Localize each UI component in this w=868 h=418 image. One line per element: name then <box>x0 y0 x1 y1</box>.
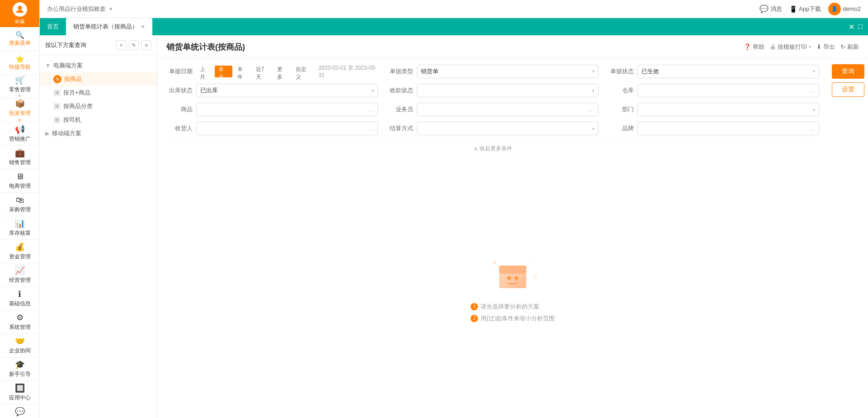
tree-mobile-collapse-icon: ▶ <box>45 130 49 137</box>
tree-desktop-parent[interactable]: ▼ 电脑端方案 <box>40 59 157 72</box>
date-btn-more[interactable]: 更多 <box>274 66 291 77</box>
date-btn-this-month[interactable]: 本月 <box>215 66 232 77</box>
sidebar-item-marketing[interactable]: 📢 营销推广 <box>0 122 40 146</box>
receiver-filter: 收货人 … <box>166 122 378 135</box>
status-filter: 单据状态 已生效 ▾ <box>608 65 819 78</box>
sidebar-item-purchase-label: 采购管理 <box>9 206 31 214</box>
search-button[interactable]: 查询 <box>832 64 864 79</box>
date-btn-last-month[interactable]: 上月 <box>196 66 213 77</box>
export-btn[interactable]: ⬇ 导出 <box>816 43 835 51</box>
sidebar-item-coop[interactable]: 🤝 企业协同 <box>0 334 40 357</box>
download-icon: 📱 <box>789 5 797 13</box>
collapse-panel-btn[interactable]: « <box>142 40 151 50</box>
staff-dots: … <box>589 106 594 113</box>
add-scheme-btn[interactable]: + <box>116 40 126 50</box>
payment-method-select[interactable]: ▾ <box>417 122 599 135</box>
sidebar-item-purchase[interactable]: 🛍 采购管理 <box>0 193 40 216</box>
status-select[interactable]: 已生效 ▾ <box>637 65 819 78</box>
search-menu[interactable]: 🔍 搜索菜单 <box>0 27 40 51</box>
tab-maximize-btn[interactable]: □ <box>858 23 863 31</box>
date-btn-custom[interactable]: 自定义 <box>292 66 314 77</box>
sidebar-item-wholesale-label: 批发管理 <box>9 109 31 117</box>
sidebar-item-operation[interactable]: 📈 经营管理 <box>0 263 40 287</box>
product-input[interactable]: … <box>196 103 378 116</box>
staff-label: 业务员 <box>387 105 417 114</box>
date-btn-7days[interactable]: 近7天 <box>252 66 272 77</box>
settings-button[interactable]: 设置 <box>832 82 864 97</box>
tree-mobile-parent[interactable]: ▶ 移动端方案 <box>40 127 157 140</box>
industry-dropdown-arrow[interactable]: ▾ <box>109 5 113 12</box>
collapse-arrow-icon: ∧ <box>474 146 478 152</box>
tab-report[interactable]: 销货单统计表（按商品） ✕ <box>66 18 152 35</box>
tab-home[interactable]: 首页 <box>40 18 66 35</box>
warehouse-filter: 仓库 … <box>608 84 819 97</box>
edit-scheme-btn[interactable]: ✎ <box>129 40 139 50</box>
system-icon: ⚙ <box>16 313 24 323</box>
template-print-btn[interactable]: 🖨 按模板打印 ▾ <box>770 43 811 51</box>
sidebar-item-inventory-label: 库存核算 <box>9 229 31 237</box>
tab-close-btn[interactable]: ✕ <box>849 23 854 31</box>
warehouse-input[interactable]: … <box>637 84 819 97</box>
right-main: 销货单统计表(按商品) ❓ 帮助 🖨 按模板打印 ▾ ⬇ 导出 <box>157 35 868 418</box>
brand-dots: … <box>809 125 815 132</box>
finance-icon: 💰 <box>15 242 25 252</box>
scheme-tree: ▼ 电脑端方案 按 按商品 按 按月+商品 按 按商品分类 按 按司机 <box>40 55 157 144</box>
staff-input[interactable]: … <box>417 103 599 116</box>
svg-point-7 <box>533 275 537 279</box>
sidebar-item-apps[interactable]: 🔲 应用中心 <box>0 381 40 404</box>
sidebar-item-sales[interactable]: 💼 销售管理 <box>0 146 40 169</box>
type-select[interactable]: 销货单 ▾ <box>417 65 599 78</box>
sidebar-item-basic[interactable]: ℹ 基础信息 <box>0 287 40 310</box>
payment-select[interactable]: ▾ <box>417 84 599 97</box>
outbound-value: 已出库 <box>200 86 372 95</box>
empty-tip-2: 2 用[过滤]条件来缩小分析范围 <box>471 314 554 323</box>
app-download-label: App下载 <box>799 5 821 13</box>
filter-rows-area: 单据日期 上月 本月 本年 近7天 更多 自定义 2023-03-01 至 20… <box>157 59 828 156</box>
tree-by-clerk[interactable]: 按 按司机 <box>40 113 157 127</box>
sidebar-item-wechat[interactable]: 💬 企业微信 <box>0 404 40 418</box>
outbound-select[interactable]: 已出库 ▾ <box>196 84 378 97</box>
tree-by-product-label: 按商品 <box>64 75 82 83</box>
tree-mobile-label: 移动端方案 <box>52 129 81 138</box>
svg-point-6 <box>530 260 532 262</box>
svg-point-5 <box>493 262 496 265</box>
sidebar-item-retail[interactable]: 🛒 零售管理 ▾ <box>0 75 40 99</box>
message-icon: 💬 <box>760 5 769 13</box>
tree-by-product[interactable]: 按 按商品 <box>40 72 157 86</box>
purchase-icon: 🛍 <box>16 195 24 205</box>
user-menu[interactable]: 👤 demo2 <box>828 3 861 15</box>
receiver-input[interactable]: … <box>196 122 378 135</box>
help-btn[interactable]: ❓ 帮助 <box>744 43 764 51</box>
receiver-label: 收货人 <box>166 124 196 133</box>
dept-select[interactable]: ▾ <box>637 103 819 116</box>
sales-icon: 💼 <box>15 148 25 158</box>
sidebar-item-inventory[interactable]: 📊 库存核算 <box>0 216 40 240</box>
sidebar-item-system[interactable]: ⚙ 系统管理 <box>0 310 40 334</box>
left-panel-header: 按以下方案查询 + ✎ « <box>40 35 157 55</box>
tree-by-month-product[interactable]: 按 按月+商品 <box>40 86 157 100</box>
main-area: 办公用品行业模拟账套 ▾ 💬 消息 📱 App下载 👤 demo2 首页 <box>40 0 868 418</box>
sidebar-item-wholesale[interactable]: 📦 批发管理 ▴ <box>0 99 40 122</box>
sidebar-item-ecommerce[interactable]: 🖥 电商管理 <box>0 169 40 193</box>
brand-input[interactable]: … <box>637 122 819 135</box>
add-icon: + <box>119 42 123 48</box>
left-panel-actions: + ✎ « <box>116 40 151 50</box>
collapse-filters-btn[interactable]: ∧ 收起更多条件 <box>166 141 819 156</box>
tab-report-close[interactable]: ✕ <box>141 24 145 30</box>
refresh-btn[interactable]: ↻ 刷新 <box>840 43 859 51</box>
header-right: 💬 消息 📱 App下载 👤 demo2 <box>760 3 861 15</box>
guide-icon: 🎓 <box>15 360 25 370</box>
message-btn[interactable]: 💬 消息 <box>760 5 782 13</box>
app-download-btn[interactable]: 📱 App下载 <box>789 5 821 13</box>
left-panel-title: 按以下方案查询 <box>45 41 86 49</box>
sidebar-item-finance[interactable]: 💰 资金管理 <box>0 240 40 263</box>
help-icon: ❓ <box>744 43 751 50</box>
operation-icon: 📈 <box>15 266 25 276</box>
sidebar-item-sales-label: 销售管理 <box>9 159 31 166</box>
sidebar-item-ecommerce-label: 电商管理 <box>9 182 31 190</box>
sidebar-item-guide[interactable]: 🎓 新手引导 <box>0 357 40 381</box>
tree-by-category[interactable]: 按 按商品分类 <box>40 100 157 113</box>
date-btn-this-year[interactable]: 本年 <box>234 66 251 77</box>
quick-nav[interactable]: ⭐ 快捷导航 <box>0 51 40 75</box>
empty-tips: 1 请先选择要分析的方案 2 用[过滤]条件来缩小分析范围 <box>471 303 554 323</box>
